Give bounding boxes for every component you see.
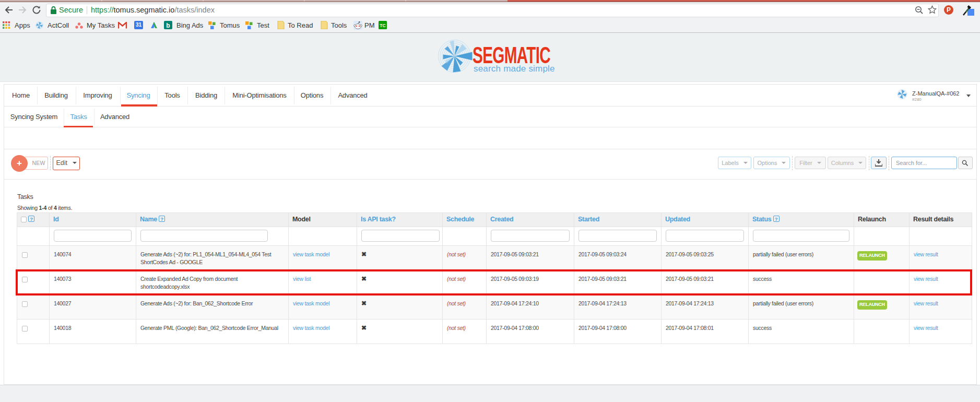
svg-text:b: b	[166, 22, 170, 29]
svg-text:TC: TC	[380, 23, 385, 28]
